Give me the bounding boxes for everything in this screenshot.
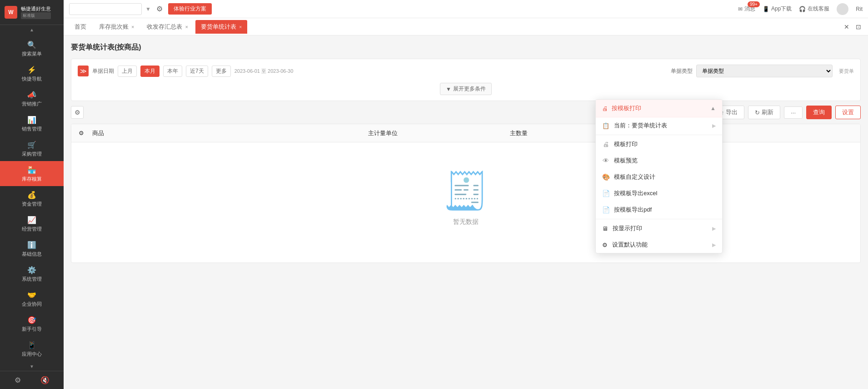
logo-icon: W [5, 6, 17, 19]
sidebar-item-marketing[interactable]: 📣营销推广 [0, 86, 64, 111]
dropdown-item-display-print[interactable]: 🖥 按显示打印 ▶ [596, 220, 722, 237]
nav-label-quick-nav: 快捷导航 [22, 76, 42, 82]
expand-more-btn[interactable]: ▼ 展开更多条件 [440, 83, 492, 95]
topbar-right: ✉ 消息 99+ 📱 App下载 🎧 在线客服 Rit [738, 3, 863, 15]
logo-text: 畅捷通好生意 [21, 5, 51, 12]
app-logo: W 畅捷通好生意 标准版 [0, 0, 64, 25]
dropdown-item-template-preview[interactable]: 👁 模板预览 [596, 152, 722, 169]
table-settings-icon[interactable]: ⚙ [79, 130, 84, 136]
nav-label-operation: 经营管理 [22, 226, 42, 232]
dropdown-divider-2 [596, 219, 722, 219]
tab-close-order-stat[interactable]: × [239, 24, 242, 30]
tab-home[interactable]: 首页 [69, 20, 92, 34]
template-preview-icon: 👁 [602, 157, 609, 164]
tab-label-home: 首页 [75, 23, 86, 31]
expand-label: 展开更多条件 [453, 85, 486, 93]
export-label: 导出 [726, 108, 738, 116]
search-dropdown-icon[interactable]: ▼ [145, 6, 151, 12]
username-label: Rit [856, 6, 863, 12]
dropdown-divider-1 [596, 135, 722, 135]
topbar-settings-icon[interactable]: ⚙ [156, 5, 163, 13]
filter-expand-btn[interactable]: ≫ [78, 66, 89, 76]
query-btn[interactable]: 查询 [806, 106, 832, 119]
sidebar-item-purchase[interactable]: 🛒采购管理 [0, 136, 64, 161]
date-btn-last-month[interactable]: 上月 [118, 66, 137, 77]
avatar[interactable] [837, 3, 848, 15]
dropdown-item-export-pdf[interactable]: 📄 按模板导出pdf [596, 202, 722, 218]
date-btn-this-year[interactable]: 本年 [163, 66, 182, 77]
more-options-btn[interactable]: ··· [784, 106, 803, 119]
filter-bar: ≫ 单据日期 上月 本月 本年 近7天 更多 2023-06-01 至 2023… [71, 59, 861, 101]
nav-label-app-center: 应用中心 [22, 351, 42, 358]
search-input[interactable] [69, 3, 142, 15]
template-preview-label: 模板预览 [614, 157, 638, 165]
refresh-icon: ↻ [755, 109, 760, 116]
tab-batch-account[interactable]: 库存批次账× [94, 20, 140, 34]
online-service-btn[interactable]: 🎧 在线客服 [799, 5, 829, 13]
settings-btn[interactable]: 设置 [835, 106, 861, 119]
col-goods-header: 商品 [89, 129, 364, 137]
sidebar-item-quick-nav[interactable]: ⚡快捷导航 [0, 61, 64, 86]
print-dropdown: 🖨 按模板打印 ▲ 📋 当前：要货单统计表 ▶ 🖨 模板打印 [595, 99, 723, 253]
nav-icon-operation: 📈 [27, 216, 36, 224]
set-default-label: 设置默认功能 [612, 241, 648, 249]
dropdown-item-template-print[interactable]: 🖨 模板打印 [596, 136, 722, 152]
window-close-btn[interactable]: ✕ [843, 23, 851, 31]
filter-row-1: ≫ 单据日期 上月 本月 本年 近7天 更多 2023-06-01 至 2023… [78, 65, 854, 77]
nav-label-finance: 资金管理 [22, 201, 42, 207]
table-header: ⚙ 商品 主计量单位 主数量 零售金额 [71, 124, 860, 142]
sidebar-item-system[interactable]: ⚙️系统管理 [0, 261, 64, 286]
date-btn-this-month[interactable]: 本月 [140, 66, 160, 77]
nav-icon-newbie: 🎯 [27, 316, 36, 324]
dropdown-header-left: 🖨 按模板打印 [602, 104, 641, 112]
dropdown-item-current[interactable]: 📋 当前：要货单统计表 ▶ [596, 117, 722, 134]
col-unit-header: 主计量单位 [364, 129, 506, 137]
tab-close-receipt-summary[interactable]: × [185, 24, 188, 30]
trial-btn[interactable]: 体验行业方案 [168, 3, 212, 15]
current-template-icon: 📋 [602, 122, 609, 129]
empty-text: 暂无数据 [453, 218, 479, 226]
tab-receipt-summary[interactable]: 收发存汇总表× [141, 20, 193, 34]
date-btn-more[interactable]: 更多 [212, 66, 231, 77]
window-maximize-btn[interactable]: ⊡ [854, 23, 863, 31]
refresh-btn[interactable]: ↻ 刷新 [748, 106, 780, 119]
sidebar-item-app-center[interactable]: 📱应用中心 [0, 336, 64, 361]
window-controls: ✕ ⊡ [843, 23, 863, 31]
set-default-arrow: ▶ [712, 242, 716, 248]
tab-close-batch-account[interactable]: × [131, 24, 134, 30]
sidebar-item-enterprise[interactable]: 🤝企业协同 [0, 286, 64, 311]
date-btn-7days[interactable]: 近7天 [186, 66, 208, 77]
settings-icon[interactable]: ⚙ [15, 376, 21, 384]
filter-row-2: ▼ 展开更多条件 [78, 81, 854, 95]
settings-gear-btn[interactable]: ⚙ [71, 106, 84, 119]
page-title: 要货单统计表(按商品) [71, 43, 861, 52]
app-download-label: App下载 [771, 5, 792, 13]
sidebar-scroll-down[interactable]: ▼ [0, 362, 64, 371]
main-area: ▼ ⚙ 体验行业方案 ✉ 消息 99+ 📱 App下载 🎧 在线客服 Rit 首… [64, 0, 868, 389]
mute-icon[interactable]: 🔇 [40, 376, 50, 384]
toolbar-left: ⚙ [71, 106, 84, 119]
sidebar-item-finance[interactable]: 💰资金管理 [0, 186, 64, 211]
nav-icon-finance: 💰 [27, 191, 36, 199]
dropdown-item-set-default[interactable]: ⚙ 设置默认功能 ▶ [596, 237, 722, 253]
sidebar-scroll-up[interactable]: ▲ [0, 25, 64, 34]
dropdown-item-export-excel[interactable]: 📄 按模板导出excel [596, 185, 722, 202]
order-type-select[interactable]: 单据类型 [696, 65, 833, 77]
sidebar-item-basic[interactable]: ℹ️基础信息 [0, 236, 64, 261]
online-service-label: 在线客服 [808, 5, 829, 13]
sidebar-item-newbie[interactable]: 🎯新手引导 [0, 311, 64, 336]
message-btn[interactable]: ✉ 消息 99+ [738, 5, 755, 13]
order-goods-label: 要货单 [839, 68, 854, 75]
app-download-btn[interactable]: 📱 App下载 [763, 5, 792, 13]
dropdown-item-template-design[interactable]: 🎨 模板自定义设计 [596, 169, 722, 185]
sidebar-item-inventory[interactable]: 🏪库存核算 [0, 161, 64, 186]
sidebar-item-search[interactable]: 🔍搜索菜单 [0, 36, 64, 61]
dropdown-close-icon[interactable]: ▲ [710, 105, 716, 111]
sidebar-item-sales[interactable]: 📊销售管理 [0, 111, 64, 136]
tab-order-stat[interactable]: 要货单统计表× [195, 20, 247, 34]
export-pdf-label: 按模板导出pdf [614, 206, 652, 214]
sidebar-item-operation[interactable]: 📈经营管理 [0, 211, 64, 236]
nav-icon-search: 🔍 [27, 40, 36, 49]
logo-tag: 标准版 [21, 12, 51, 19]
col-settings: ⚙ [75, 130, 89, 136]
